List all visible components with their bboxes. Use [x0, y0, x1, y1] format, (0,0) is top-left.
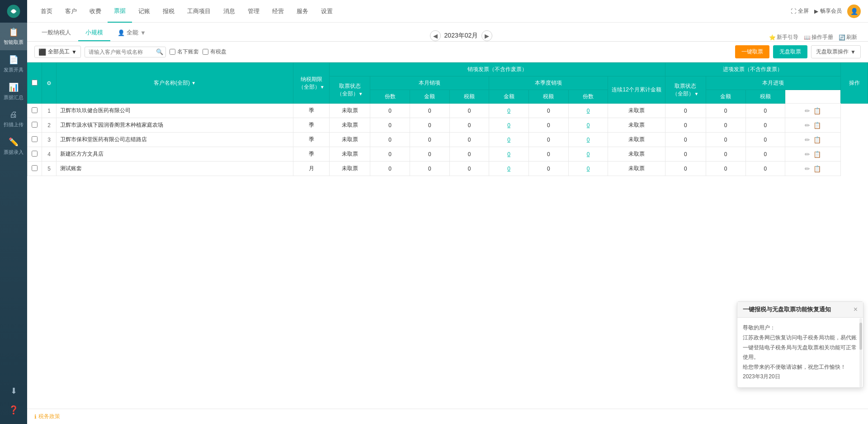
- row-sales-status: 未取票: [330, 104, 370, 118]
- edit-icon[interactable]: ✏: [805, 151, 810, 158]
- notification-scrollbar[interactable]: [859, 318, 862, 387]
- no-disk-action-btn[interactable]: 无盘取票操作 ▼: [811, 45, 861, 58]
- row-purchase-tax: 0: [745, 162, 785, 176]
- row-monthly-tax: 0: [449, 118, 489, 133]
- sidebar: 📋 智能取票 📄 发票开具 📊 票据汇总 🖨 扫描上传 ✏️ 票据录入 ⬇ ❓: [0, 0, 27, 424]
- row-checkbox[interactable]: [32, 151, 38, 157]
- no-disk-btn[interactable]: 无盘取票: [773, 45, 807, 58]
- notification-title: 一键报税与无盘取票功能恢复通知: [743, 305, 831, 314]
- detail-icon[interactable]: 📋: [813, 151, 821, 158]
- refresh-icon: 🔄: [839, 34, 845, 41]
- row-customer-name: 卫辉市汲水镇下园润香阁营木种植家庭农场: [57, 118, 293, 133]
- th-customer-name[interactable]: 客户名称(全部) ▼: [57, 63, 293, 104]
- nav-services[interactable]: 服务: [290, 0, 315, 23]
- sidebar-logo[interactable]: [0, 0, 27, 23]
- th-sales-group: 销项发票（不含作废票）: [330, 63, 665, 76]
- detail-icon[interactable]: 📋: [813, 107, 821, 114]
- row-purchase-tax: 0: [745, 118, 785, 133]
- notification-close-btn[interactable]: ×: [854, 305, 858, 314]
- avatar[interactable]: 👤: [847, 5, 861, 18]
- issue-icon: 📄: [9, 55, 19, 65]
- th-monthly-sales: 本月销项: [370, 76, 489, 90]
- nav-management[interactable]: 管理: [241, 0, 266, 23]
- nav-home[interactable]: 首页: [34, 0, 59, 23]
- tab-small-scale[interactable]: 小规模: [78, 25, 110, 41]
- th-tax-period[interactable]: 纳税期限（全部）▼: [293, 63, 330, 104]
- th-settings[interactable]: ⚙: [42, 63, 57, 104]
- sidebar-item-smart-invoice[interactable]: 📋 智能取票: [0, 23, 27, 50]
- row-checkbox-cell: [28, 162, 42, 176]
- th-quarterly-sales-tax: 税额: [529, 90, 569, 104]
- nav-operations[interactable]: 经营: [266, 0, 290, 23]
- row-tax-period: 季: [293, 147, 330, 162]
- own-account-checkbox-label[interactable]: 名下账套: [170, 48, 199, 56]
- row-checkbox[interactable]: [32, 136, 38, 142]
- tax-policy-link[interactable]: ℹ 税务政策: [34, 413, 60, 420]
- sidebar-item-scan-upload[interactable]: 🖨 扫描上传: [0, 105, 27, 133]
- nav-business[interactable]: 工商项目: [181, 0, 217, 23]
- edit-icon[interactable]: ✏: [805, 136, 810, 143]
- sidebar-item-issue-invoice[interactable]: 📄 发票开具: [0, 50, 27, 78]
- row-checkbox[interactable]: [32, 165, 38, 171]
- row-monthly-count: 0: [370, 118, 410, 133]
- th-purchase-group: 进项发票（不含作废票）: [665, 63, 840, 76]
- detail-icon[interactable]: 📋: [813, 165, 821, 172]
- new-guide-link[interactable]: ⭐ 新手引导: [769, 33, 798, 41]
- own-account-checkbox[interactable]: [170, 49, 175, 55]
- tab-general-taxpayer[interactable]: 一般纳税人: [34, 25, 78, 41]
- table-row: 3 卫辉市保和堂医药有限公司志错路店 季 未取票 0 0 0 0 0 0 未取票…: [28, 133, 868, 147]
- nav-tax[interactable]: 报税: [156, 0, 181, 23]
- has-tax-disk-checkbox-label[interactable]: 有税盘: [203, 48, 226, 56]
- row-sales-status: 未取票: [330, 162, 370, 176]
- row-tax-period: 季: [293, 133, 330, 147]
- search-input[interactable]: [85, 47, 166, 57]
- edit-icon[interactable]: ✏: [805, 107, 810, 114]
- toolbar-right: 一键取票 无盘取票 无盘取票操作 ▼: [735, 45, 861, 58]
- edit-icon[interactable]: ✏: [805, 165, 810, 172]
- nav-customers[interactable]: 客户: [59, 0, 83, 23]
- guide-icon: ⭐: [769, 34, 776, 41]
- has-tax-disk-checkbox[interactable]: [203, 49, 208, 55]
- row-cumulative: 0: [568, 104, 608, 118]
- entry-icon: ✏️: [9, 137, 19, 147]
- row-customer-name: 卫辉市玖玖健合医药有限公司: [57, 104, 293, 118]
- detail-icon[interactable]: 📋: [813, 122, 821, 129]
- search-icon[interactable]: 🔍: [156, 48, 163, 55]
- row-actions: ✏ 📋: [785, 162, 841, 176]
- row-index: 1: [42, 104, 57, 118]
- row-actions: ✏ 📋: [785, 147, 841, 162]
- download-icon: ⬇: [10, 386, 17, 396]
- th-purchase-status[interactable]: 取票状态（全部）▼: [665, 76, 706, 104]
- select-all-checkbox[interactable]: [32, 80, 38, 86]
- nav-billing[interactable]: 收费: [83, 0, 108, 23]
- nav-invoice[interactable]: 票据: [108, 0, 132, 23]
- tab-all[interactable]: 👤 全能 ▼: [110, 25, 153, 41]
- edit-icon[interactable]: ✏: [805, 122, 810, 129]
- sidebar-item-invoice-summary[interactable]: 📊 票据汇总: [0, 78, 27, 105]
- th-cumulative: 连续12个月累计金额: [608, 76, 665, 104]
- nav-messages[interactable]: 消息: [217, 0, 241, 23]
- sidebar-item-help[interactable]: ❓: [0, 400, 27, 419]
- th-sales-status[interactable]: 取票状态（全部）▼: [330, 76, 370, 104]
- row-customer-name: 卫辉市保和堂医药有限公司志错路店: [57, 133, 293, 147]
- one-click-btn[interactable]: 一键取票: [735, 45, 769, 58]
- row-tax-period: 季: [293, 104, 330, 118]
- all-tab-dropdown-icon[interactable]: ▼: [140, 29, 146, 36]
- nav-bookkeeping[interactable]: 记账: [132, 0, 156, 23]
- period-next-btn[interactable]: ▶: [481, 30, 492, 41]
- row-customer-name: 新建区方方文具店: [57, 147, 293, 162]
- sidebar-item-download[interactable]: ⬇: [0, 381, 27, 400]
- row-checkbox[interactable]: [32, 107, 38, 113]
- fullscreen-icon: ⛶: [791, 8, 796, 14]
- refresh-link[interactable]: 🔄 刷新: [839, 33, 857, 41]
- row-checkbox[interactable]: [32, 122, 38, 128]
- member-btn[interactable]: ▶ 畅享会员: [814, 7, 842, 15]
- detail-icon[interactable]: 📋: [813, 136, 821, 143]
- period-prev-btn[interactable]: ◀: [430, 30, 441, 41]
- employee-filter[interactable]: ⬛ 全部员工 ▼: [34, 46, 81, 58]
- fullscreen-btn[interactable]: ⛶ 全屏: [791, 7, 809, 15]
- operation-manual-link[interactable]: 📖 操作手册: [804, 33, 833, 41]
- nav-settings[interactable]: 设置: [315, 0, 339, 23]
- sidebar-item-invoice-entry[interactable]: ✏️ 票据录入: [0, 133, 27, 160]
- sidebar-bottom: ⬇ ❓: [0, 381, 27, 424]
